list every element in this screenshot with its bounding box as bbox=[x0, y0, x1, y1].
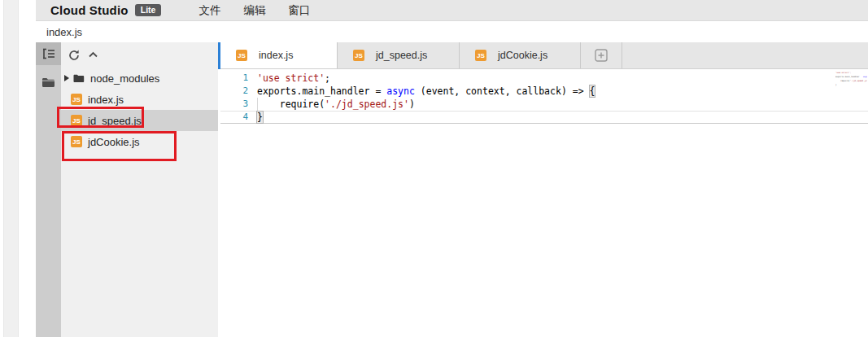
main-area: node_modules JS index.js JS jd_speed.js … bbox=[36, 42, 868, 337]
folder-icon bbox=[73, 74, 85, 83]
explorer-header bbox=[61, 42, 218, 68]
new-tab-button[interactable] bbox=[595, 49, 608, 62]
tab-label: jdCookie.js bbox=[498, 50, 547, 61]
code-editor[interactable]: 1 'use strict'; 2 exports.main_handler =… bbox=[220, 69, 868, 337]
tab-label: jd_speed.js bbox=[376, 50, 427, 61]
tree-view-icon bbox=[42, 48, 55, 59]
js-file-icon: JS bbox=[353, 50, 364, 61]
code-line-4: 4 } bbox=[220, 111, 868, 124]
file-explorer-panel: node_modules JS index.js JS jd_speed.js … bbox=[61, 42, 218, 337]
line-number: 4 bbox=[220, 111, 248, 124]
expand-arrow-icon[interactable] bbox=[64, 75, 69, 81]
new-tab-zone bbox=[581, 42, 622, 68]
tab-index-js[interactable]: JS index.js bbox=[220, 42, 337, 68]
minimap-content: 'use strict'; exports.main_handler = asy… bbox=[835, 70, 867, 90]
tree-item-label: node_modules bbox=[90, 72, 159, 85]
collapse-all-button[interactable] bbox=[88, 50, 98, 60]
menu-item-file[interactable]: 文件 bbox=[187, 3, 232, 18]
tree-item-label: index.js bbox=[88, 94, 124, 106]
activity-bar bbox=[36, 42, 61, 337]
file-tree: node_modules JS index.js JS jd_speed.js … bbox=[61, 68, 218, 152]
editor-tab-bar: JS index.js JS jd_speed.js JS jdCookie.j… bbox=[220, 42, 868, 69]
js-file-icon: JS bbox=[71, 136, 82, 147]
tree-item-node-modules[interactable]: node_modules bbox=[61, 68, 218, 89]
code-text: } bbox=[248, 111, 263, 124]
js-file-icon: JS bbox=[71, 115, 82, 126]
folder-icon bbox=[41, 77, 55, 88]
line-number: 3 bbox=[220, 98, 248, 111]
tree-item-label: jd_speed.js bbox=[88, 115, 142, 127]
tab-jdcookie-js[interactable]: JS jdCookie.js bbox=[459, 42, 581, 68]
menu-item-edit[interactable]: 编辑 bbox=[232, 3, 277, 18]
refresh-button[interactable] bbox=[68, 50, 80, 61]
indent-guide bbox=[257, 98, 258, 111]
line-number: 1 bbox=[220, 72, 248, 85]
matched-bracket: { bbox=[590, 85, 595, 97]
code-text: exports.main_handler = async (event, con… bbox=[248, 85, 595, 98]
tree-item-jd-speed-js[interactable]: JS jd_speed.js bbox=[61, 110, 218, 131]
code-line-3: 3 require('./jd_speed.js') bbox=[220, 98, 868, 111]
window-title: index.js bbox=[46, 26, 82, 38]
code-lines: 1 'use strict'; 2 exports.main_handler =… bbox=[220, 72, 868, 124]
menu-item-window[interactable]: 窗口 bbox=[277, 3, 321, 18]
page-left-gutter bbox=[3, 0, 19, 337]
code-text: 'use strict'; bbox=[248, 72, 330, 85]
minimap[interactable]: 'use strict'; exports.main_handler = asy… bbox=[835, 70, 867, 90]
lite-badge: Lite bbox=[135, 4, 162, 17]
tab-jd-speed-js[interactable]: JS jd_speed.js bbox=[337, 42, 459, 68]
tab-label: index.js bbox=[259, 50, 293, 61]
js-file-icon: JS bbox=[71, 94, 82, 105]
matched-bracket: } bbox=[257, 112, 263, 123]
line-number: 2 bbox=[220, 85, 248, 98]
code-line-1: 1 'use strict'; bbox=[220, 72, 868, 85]
js-file-icon: JS bbox=[475, 50, 486, 61]
code-line-2: 2 exports.main_handler = async (event, c… bbox=[220, 85, 868, 98]
tree-item-index-js[interactable]: JS index.js bbox=[61, 89, 218, 110]
window-title-row: index.js bbox=[36, 21, 868, 42]
menubar: 文件 编辑 窗口 bbox=[187, 3, 321, 18]
editor-group: JS index.js JS jd_speed.js JS jdCookie.j… bbox=[220, 42, 868, 337]
js-file-icon: JS bbox=[236, 50, 247, 61]
cloud-studio-window: Cloud Studio Lite 文件 编辑 窗口 index.js bbox=[36, 0, 868, 337]
app-logo: Cloud Studio bbox=[50, 3, 129, 17]
tree-item-jdcookie-js[interactable]: JS jdCookie.js bbox=[61, 131, 218, 152]
code-text: require('./jd_speed.js') bbox=[248, 98, 415, 111]
tree-item-label: jdCookie.js bbox=[88, 136, 140, 148]
folder-view-button[interactable] bbox=[36, 71, 61, 94]
explorer-view-button[interactable] bbox=[36, 42, 61, 65]
top-menu-bar: Cloud Studio Lite 文件 编辑 窗口 bbox=[36, 0, 868, 21]
